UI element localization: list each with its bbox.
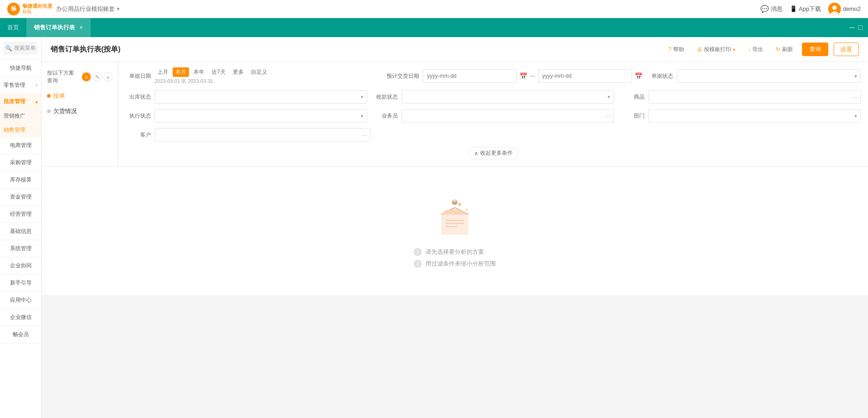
add-scheme-button[interactable]: + [82,72,91,81]
user-avatar-area[interactable]: demo2 [828,3,861,15]
page-header: 销售订单执行表(按单) ? 帮助 🖨 按模板打印 ▾ ↓ 导出 ↻ 刷新 [42,37,868,62]
sidebar-item-marketing[interactable]: 营销推广 [0,109,41,123]
page-title: 销售订单执行表(按单) [51,45,121,54]
calendar-to-icon[interactable]: 📅 [635,72,642,80]
scheme-item-backorder[interactable]: 欠货情况 [42,104,118,119]
sidebar-item-basic[interactable]: 基础信息 [0,223,41,240]
goods-label: 商品 [619,93,645,101]
filter-item-dept: 部门 [619,109,861,123]
sidebar-item-apps[interactable]: 应用中心 [0,292,41,309]
collection-status-select-wrap [401,90,614,104]
sidebar-item-operations[interactable]: 经营管理 [0,206,41,223]
logo-area: 畅 畅捷通好生意 标版 [7,3,52,15]
search-icon: 🔍 [5,45,12,52]
query-button[interactable]: 查询 [802,43,828,56]
avatar-image [828,3,841,15]
forecast-date-label: 预计交货日期 [387,72,419,80]
chevron-down-icon: ▾ [35,83,38,88]
shortcut-this-month[interactable]: 本月 [173,67,189,77]
salesperson-more-icon[interactable]: ··· [605,113,611,119]
scheme-dot-gray [47,109,51,113]
refresh-button[interactable]: ↻ 刷新 [772,44,797,55]
sidebar-item-newbie[interactable]: 新手引导 [0,275,41,292]
tab-home[interactable]: 首页 [0,18,27,37]
forecast-date-from[interactable] [423,69,517,83]
message-icon: 💬 [760,5,769,13]
filter-item-forecast-date: 预计交货日期 📅 — 📅 [387,69,642,83]
goods-more-icon[interactable]: ··· [852,94,858,100]
sidebar-item-wechat[interactable]: 企业微信 [0,309,41,326]
step-num-1: 1 [414,248,422,256]
tab-close-icon[interactable]: × [80,24,83,31]
app-download-button[interactable]: 📱 App下载 [790,5,821,13]
sidebar-section-wholesale[interactable]: 批发管理 ▴ [0,94,41,109]
sidebar-item-inventory[interactable]: 库存核算 [0,171,41,189]
sidebar-item-finance[interactable]: 资金管理 [0,189,41,206]
dept-label: 部门 [619,112,645,120]
top-bar-left: 畅 畅捷通好生意 标版 办公用品行业模拟账套 ▾ [7,3,120,15]
tab-sales-order[interactable]: 销售订单执行表 × [27,18,90,37]
print-icon: 🖨 [697,46,702,52]
customer-more-icon[interactable]: ··· [362,132,368,138]
sidebar-item-quick-nav[interactable]: 快捷导航 [0,60,41,77]
tab-minimize-button[interactable]: ─ [849,24,854,32]
shortcut-more[interactable]: 更多 [230,67,246,77]
date-shortcuts: 上月 本月 本年 近7天 更多 自定义 [155,67,270,77]
help-icon: ? [668,46,671,52]
dept-select[interactable] [648,109,861,123]
warehouse-status-select[interactable] [155,90,367,104]
shortcut-this-year[interactable]: 本年 [191,67,207,77]
edit-scheme-button[interactable]: ✎ [93,72,102,81]
filter-row-2: 出库状态 收款状态 [126,90,861,104]
warehouse-status-label: 出库状态 [126,93,151,101]
filter-scheme-actions: + ✎ « [82,72,113,81]
svg-point-1 [832,5,837,10]
shortcut-last-month[interactable]: 上月 [155,67,171,77]
calendar-from-icon[interactable]: 📅 [519,72,527,80]
refresh-icon: ↻ [776,46,780,52]
page-actions: ? 帮助 🖨 按模板打印 ▾ ↓ 导出 ↻ 刷新 查询 [665,43,859,56]
dept-select-wrap [648,109,861,123]
customer-input[interactable] [155,128,371,142]
scheme-item-order[interactable]: 按单 [42,88,118,104]
help-button[interactable]: ? 帮助 [665,44,688,55]
settings-button[interactable]: 设置 [834,43,859,56]
filter-item-doc-status: 单据状态 [648,69,861,83]
tab-maximize-button[interactable]: □ [858,24,863,32]
sidebar-item-sales[interactable]: 销售管理 [0,123,41,137]
main-layout: 🔍 搜索菜单 快捷导航 零售管理 ▾ 批发管理 ▴ 营销推广 销售管理 电商管理 [0,37,868,418]
export-button[interactable]: ↓ 导出 [744,44,767,55]
collection-status-select[interactable] [401,90,614,104]
breadcrumb-dropdown-icon[interactable]: ▾ [117,5,120,12]
forecast-date-to[interactable] [538,69,632,83]
shortcut-custom[interactable]: 自定义 [248,67,270,77]
sidebar-item-ecommerce[interactable]: 电商管理 [0,137,41,154]
salesperson-input[interactable] [401,109,614,123]
content-area: 销售订单执行表(按单) ? 帮助 🖨 按模板打印 ▾ ↓ 导出 ↻ 刷新 [42,37,868,418]
collapse-button[interactable]: ∧ 收起更多条件 [468,147,519,159]
sidebar-item-purchase[interactable]: 采购管理 [0,154,41,171]
shortcut-7days[interactable]: 近7天 [209,67,228,77]
filter-row-1: 单据日期 上月 本月 本年 近7天 更多 自定义 [126,67,861,85]
sidebar-item-enterprise[interactable]: 企业协同 [0,257,41,275]
empty-steps: 1 请先选择要分析的方案 2 用过滤条件来缩小分析范围 [414,248,496,268]
sidebar-item-member[interactable]: 畅会员 [0,326,41,343]
message-button[interactable]: 💬 消息 [760,5,783,13]
phone-icon: 📱 [790,5,797,12]
date-range-display: 2023-03-01 至 2023-03-31 [155,78,381,85]
empty-step-2: 2 用过滤条件来缩小分析范围 [414,260,496,268]
search-menu-button[interactable]: 🔍 搜索菜单 [4,42,38,55]
collapse-scheme-button[interactable]: « [104,72,113,81]
collapse-row: ∧ 收起更多条件 [126,143,861,161]
filter-row-4: 客户 ··· [126,128,861,142]
sidebar-item-system[interactable]: 系统管理 [0,240,41,257]
doc-status-select[interactable] [677,69,861,83]
exec-status-select[interactable] [155,109,367,123]
logo-text: 畅捷通好生意 标版 [23,3,52,14]
logo-icon: 畅 [7,3,20,15]
sidebar-item-retail[interactable]: 零售管理 ▾ [0,77,41,94]
print-button[interactable]: 🖨 按模板打印 ▾ [693,44,739,55]
goods-input[interactable] [648,90,861,104]
filter-scheme-header: 按以下方案查询 + ✎ « [42,67,118,88]
salesperson-label: 业务员 [373,112,398,120]
